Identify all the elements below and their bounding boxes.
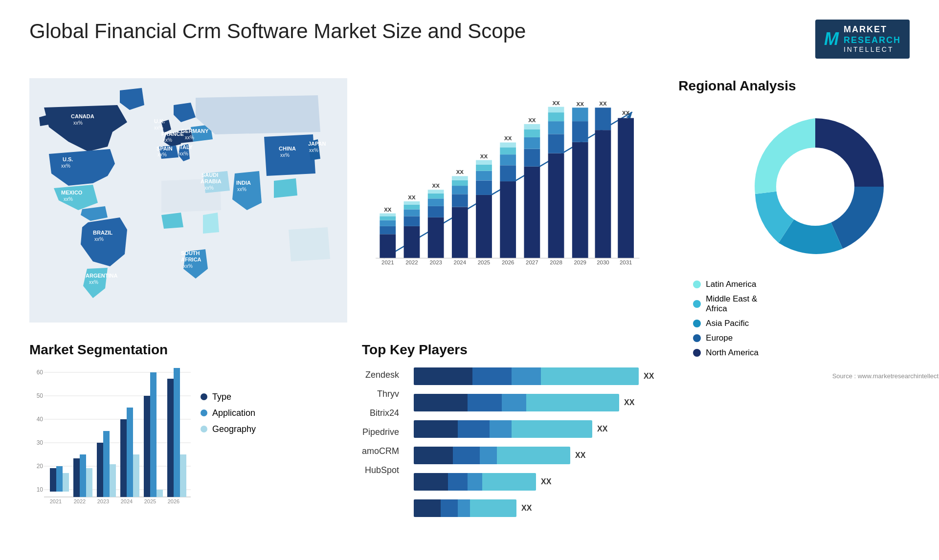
- zendesk-seg2: [472, 367, 512, 385]
- italy-value: xx%: [179, 151, 188, 156]
- thryv-value: XX: [624, 398, 634, 407]
- svg-text:XX: XX: [432, 183, 440, 189]
- svg-rect-99: [174, 368, 180, 497]
- regional-section: Regional Analysis: [669, 73, 939, 526]
- svg-rect-24: [476, 195, 492, 258]
- svg-rect-96: [156, 490, 163, 497]
- svg-rect-94: [144, 396, 150, 497]
- svg-rect-28: [476, 160, 492, 165]
- dot-europe: [693, 334, 701, 342]
- bar-2021-year: 2021: [381, 259, 394, 265]
- svg-rect-49: [548, 107, 564, 112]
- bar-2021-value: XX: [384, 207, 392, 213]
- logo-line2: RESEARCH: [844, 35, 901, 46]
- market-seg-section: Market Segmentation 60 50 40 30 20 10: [29, 342, 347, 526]
- hubspot-seg3: [458, 499, 470, 517]
- players-container: Zendesk Thryv Bitrix24 Pipedrive amoCRM …: [362, 367, 654, 526]
- svg-rect-25: [476, 180, 492, 195]
- svg-rect-33: [500, 154, 516, 165]
- legend-application: Application: [201, 408, 256, 418]
- svg-rect-31: [500, 181, 516, 258]
- india-value: xx%: [237, 187, 246, 192]
- svg-text:2025: 2025: [478, 259, 491, 265]
- svg-text:2022: 2022: [74, 498, 86, 504]
- thryv-seg1: [414, 394, 468, 411]
- svg-text:50: 50: [37, 392, 44, 399]
- bitrix24-seg3: [490, 420, 512, 438]
- svg-rect-78: [50, 468, 56, 492]
- legend-type: Type: [201, 392, 256, 402]
- zendesk-seg4: [541, 367, 639, 385]
- japan-value: xx%: [309, 148, 318, 153]
- dot-mea: [693, 300, 701, 308]
- mexico-value: xx%: [64, 196, 73, 202]
- spain-label: SPAIN: [156, 146, 173, 151]
- amocrm-seg3: [468, 473, 482, 491]
- canada-label: CANADA: [71, 113, 94, 119]
- svg-text:2026: 2026: [502, 259, 514, 265]
- svg-text:2023: 2023: [429, 259, 442, 265]
- svg-rect-14: [428, 190, 444, 193]
- label-north-america: North America: [706, 348, 759, 358]
- svg-text:2021: 2021: [50, 498, 62, 504]
- bar-2021-seg4: [380, 216, 396, 220]
- china-value: xx%: [280, 152, 290, 158]
- svg-rect-91: [127, 408, 133, 497]
- svg-rect-17: [452, 207, 468, 258]
- svg-text:2030: 2030: [597, 259, 609, 265]
- thryv-seg3: [502, 394, 526, 411]
- svg-rect-53: [572, 121, 588, 142]
- legend-europe: Europe: [693, 333, 759, 343]
- svg-text:XX: XX: [408, 194, 416, 200]
- pipedrive-seg1: [414, 447, 453, 464]
- svg-text:10: 10: [37, 486, 44, 493]
- regional-content: Latin America Middle East &Africa Asia P…: [678, 104, 939, 380]
- hubspot-seg4: [470, 499, 516, 517]
- logo-line1: MARKET: [844, 24, 901, 35]
- key-players-title: Top Key Players: [362, 342, 654, 358]
- seg-chart-svg: 60 50 40 30 20 10: [29, 367, 196, 509]
- players-bars-area: XX XX: [414, 367, 654, 526]
- page-title: Global Financial Crm Software Market Siz…: [29, 20, 526, 43]
- svg-rect-87: [103, 431, 110, 497]
- label-type: Type: [212, 392, 231, 402]
- svg-rect-42: [524, 124, 540, 129]
- svg-rect-11: [428, 206, 444, 217]
- svg-rect-7: [404, 201, 420, 205]
- uk-label: U.K.: [154, 118, 165, 124]
- italy-label: ITALY: [178, 144, 193, 150]
- svg-rect-6: [404, 205, 420, 210]
- canada-value: xx%: [73, 120, 83, 126]
- amocrm-seg2: [448, 473, 468, 491]
- svg-rect-58: [595, 108, 611, 130]
- svg-text:XX: XX: [577, 101, 584, 107]
- saudi-label2: ARABIA: [201, 178, 222, 184]
- world-map-section: CANADA xx% U.S. xx% MEXICO xx% BRAZIL xx…: [29, 73, 347, 327]
- svg-rect-90: [120, 419, 127, 497]
- germany-value: xx%: [185, 135, 194, 140]
- svg-rect-46: [548, 134, 564, 153]
- svg-text:2022: 2022: [405, 259, 418, 265]
- main-grid: CANADA xx% U.S. xx% MEXICO xx% BRAZIL xx…: [29, 73, 910, 526]
- svg-rect-18: [452, 194, 468, 207]
- hubspot-seg2: [441, 499, 458, 517]
- thryv-track: [414, 394, 619, 411]
- regional-title: Regional Analysis: [678, 78, 939, 94]
- bitrix24-value: XX: [597, 425, 607, 433]
- key-players-section: Top Key Players Zendesk Thryv Bitrix24 P…: [362, 342, 654, 526]
- page-container: Global Financial Crm Software Market Siz…: [0, 0, 939, 560]
- player-bar-bitrix24: XX: [414, 420, 654, 438]
- saudi-label: SAUDI: [201, 172, 218, 178]
- donut-svg: [732, 104, 898, 270]
- pipedrive-seg3: [480, 447, 497, 464]
- svg-text:XX: XX: [480, 153, 488, 159]
- svg-rect-35: [500, 143, 516, 148]
- market-seg-title: Market Segmentation: [29, 342, 347, 358]
- svg-rect-95: [150, 372, 156, 497]
- svg-text:2024: 2024: [121, 498, 133, 504]
- svg-text:2023: 2023: [97, 498, 109, 504]
- player-thryv: Thryv: [362, 389, 399, 399]
- players-names: Zendesk Thryv Bitrix24 Pipedrive amoCRM …: [362, 367, 399, 475]
- svg-rect-19: [452, 186, 468, 194]
- player-bar-pipedrive: XX: [414, 447, 654, 464]
